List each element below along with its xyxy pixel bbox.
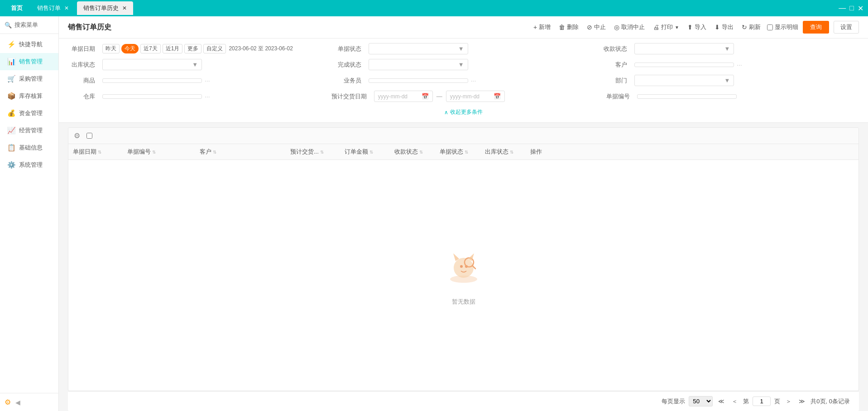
sidebar-bottom: ⚙ ◀ xyxy=(0,393,58,411)
sidebar-item-quick-nav[interactable]: ⚡ 快捷导航 xyxy=(0,36,58,53)
filter-label-department: 部门 xyxy=(600,77,627,85)
complete-status-select[interactable]: ▼ xyxy=(369,59,468,70)
date-btn-yesterday[interactable]: 昨天 xyxy=(102,44,120,53)
sidebar-item-finance[interactable]: 💰 资金管理 xyxy=(0,105,58,122)
export-button[interactable]: ⬇ 导出 xyxy=(713,22,735,32)
department-select[interactable]: ▼ xyxy=(634,75,734,86)
query-button[interactable]: 查询 xyxy=(803,21,829,34)
sidebar-item-sales-mgmt[interactable]: 📊 销售管理 xyxy=(0,53,58,70)
cancel-stop-icon: ◎ xyxy=(614,24,619,31)
date-btn-7days[interactable]: 近7天 xyxy=(140,44,161,53)
tab-sales-order-label: 销售订单 xyxy=(37,4,61,12)
th-warehouse-status[interactable]: 出库状态 ⇅ xyxy=(480,148,526,156)
add-label: 新增 xyxy=(539,23,551,31)
th-date-label: 单据日期 xyxy=(73,148,96,156)
product-ellipsis[interactable]: ··· xyxy=(205,77,210,84)
filter-label-warehouse: 仓库 xyxy=(68,92,95,101)
filter-label-complete-status: 完成状态 xyxy=(334,61,361,69)
product-input[interactable] xyxy=(102,78,202,83)
sys-mgmt-icon: ⚙️ xyxy=(7,161,15,169)
tab-sales-order-close[interactable]: ✕ xyxy=(64,5,69,11)
collapse-label: 收起更多条件 xyxy=(450,108,483,116)
delete-button[interactable]: 🗑 删除 xyxy=(557,22,580,32)
toolbar: + 新增 🗑 删除 ⊘ 中止 ◎ 取消中止 🖨 打印 xyxy=(532,21,859,34)
th-receipt[interactable]: 收款状态 ⇅ xyxy=(390,148,435,156)
sidebar-search-area[interactable]: 🔍 搜索菜单 xyxy=(0,16,58,34)
th-date[interactable]: 单据日期 ⇅ xyxy=(68,148,123,156)
date-btn-today[interactable]: 今天 xyxy=(121,44,139,53)
delivery-date-to[interactable]: yyyy-mm-dd 📅 xyxy=(446,91,505,102)
table-settings-icon[interactable]: ⚙ xyxy=(74,131,80,140)
salesperson-input[interactable] xyxy=(369,78,468,83)
pagination-first-btn[interactable]: ≪ xyxy=(716,397,726,406)
filter-control-doc-no xyxy=(637,94,859,99)
filter-control-warehouse: ··· xyxy=(102,93,324,100)
doc-status-select[interactable]: ▼ xyxy=(369,43,468,54)
th-status[interactable]: 单据状态 ⇅ xyxy=(435,148,480,156)
th-amount[interactable]: 订单金额 ⇅ xyxy=(340,148,390,156)
delivery-date-from[interactable]: yyyy-mm-dd 📅 xyxy=(374,91,433,102)
page-size-select[interactable]: 50 10 20 100 xyxy=(689,396,713,406)
sidebar-item-base-info[interactable]: 📋 基础信息 xyxy=(0,139,58,156)
refresh-button[interactable]: ↻ 刷新 xyxy=(740,22,762,32)
minimize-icon[interactable]: — xyxy=(839,4,846,12)
display-toggle[interactable]: 显示明细 xyxy=(767,23,798,31)
warehouse-status-select[interactable]: ▼ xyxy=(102,59,202,70)
sidebar-item-sys-mgmt[interactable]: ⚙️ 系统管理 xyxy=(0,156,58,174)
th-no[interactable]: 单据编号 ⇅ xyxy=(123,148,195,156)
table-toolbar: ⚙ xyxy=(68,128,858,144)
settings-bottom-icon[interactable]: ⚙ xyxy=(5,398,11,406)
delete-label: 删除 xyxy=(567,23,579,31)
cancel-stop-button[interactable]: ◎ 取消中止 xyxy=(612,22,647,32)
receipt-status-select[interactable]: ▼ xyxy=(634,43,734,54)
quick-nav-icon: ⚡ xyxy=(7,40,15,48)
print-label: 打印 xyxy=(661,23,673,31)
sidebar: 🔍 搜索菜单 ⚡ 快捷导航 📊 销售管理 🛒 采购管理 📦 库存核算 � xyxy=(0,16,59,411)
th-delivery[interactable]: 预计交货... ⇅ xyxy=(286,148,340,156)
tab-sales-order-history[interactable]: 销售订单历史 ✕ xyxy=(77,1,133,15)
date-btn-more[interactable]: 更多 xyxy=(184,44,201,53)
sidebar-item-inventory[interactable]: 📦 库存核算 xyxy=(0,87,58,105)
customer-ellipsis[interactable]: ··· xyxy=(737,61,742,68)
filter-control-warehouse-status: ▼ xyxy=(102,59,327,70)
tab-sales-order[interactable]: 销售订单 ✕ xyxy=(31,1,75,15)
date-range-value: 2023-06-02 至 2023-06-02 xyxy=(229,45,293,53)
import-button[interactable]: ⬆ 导入 xyxy=(686,22,708,32)
th-customer[interactable]: 客户 ⇅ xyxy=(195,148,286,156)
stop-button[interactable]: ⊘ 中止 xyxy=(585,22,608,32)
tab-home[interactable]: 首页 xyxy=(5,1,29,15)
th-amount-label: 订单金额 xyxy=(345,148,368,156)
pagination-last-btn[interactable]: ≫ xyxy=(797,397,807,406)
warehouse-input[interactable] xyxy=(102,94,202,99)
print-button[interactable]: 🖨 打印 ▼ xyxy=(651,22,681,32)
setting-button[interactable]: 设置 xyxy=(834,21,859,34)
collapse-sidebar-icon[interactable]: ◀ xyxy=(15,399,20,406)
customer-input[interactable] xyxy=(634,63,734,67)
sidebar-item-operations[interactable]: 📈 经营管理 xyxy=(0,122,58,139)
close-icon[interactable]: ✕ xyxy=(858,4,863,13)
filter-control-doc-date: 昨天 今天 近7天 近1月 更多 自定义 2023-06-02 至 2023-0… xyxy=(102,44,327,53)
date-btn-custom[interactable]: 自定义 xyxy=(203,44,226,53)
doc-no-input[interactable] xyxy=(637,94,737,99)
tab-sales-order-history-close[interactable]: ✕ xyxy=(122,5,127,11)
sidebar-item-inventory-label: 库存核算 xyxy=(19,92,43,100)
maximize-icon[interactable]: □ xyxy=(849,4,854,12)
date-btn-1month[interactable]: 近1月 xyxy=(163,44,183,53)
filter-row-1: 单据日期 昨天 今天 近7天 近1月 更多 自定义 2023-06-02 至 2… xyxy=(68,43,859,54)
th-customer-sort-icon: ⇅ xyxy=(213,150,216,155)
import-icon: ⬆ xyxy=(687,24,693,31)
collapse-bar[interactable]: ∧ 收起更多条件 xyxy=(68,106,859,118)
sidebar-item-purchase-mgmt[interactable]: 🛒 采购管理 xyxy=(0,70,58,87)
pagination-next-btn[interactable]: ＞ xyxy=(784,396,793,406)
display-toggle-checkbox[interactable] xyxy=(767,24,773,30)
warehouse-ellipsis[interactable]: ··· xyxy=(205,93,210,100)
filter-control-department: ▼ xyxy=(634,75,859,86)
empty-illustration xyxy=(441,245,486,290)
salesperson-ellipsis[interactable]: ··· xyxy=(471,77,476,84)
page-number-input[interactable] xyxy=(753,396,771,406)
search-menu[interactable]: 🔍 搜索菜单 xyxy=(5,21,54,29)
add-button[interactable]: + 新增 xyxy=(532,22,552,32)
select-all-checkbox[interactable] xyxy=(86,133,92,139)
sidebar-item-sys-mgmt-label: 系统管理 xyxy=(19,161,43,169)
pagination-prev-btn[interactable]: ＜ xyxy=(730,396,739,406)
